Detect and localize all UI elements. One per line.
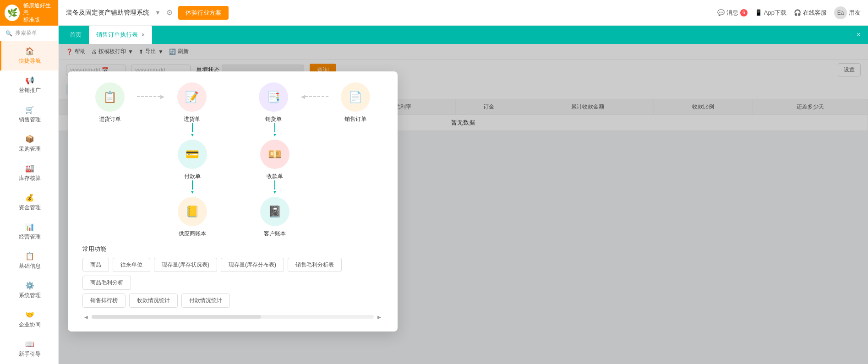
service-icon: 🎧 [794, 9, 801, 16]
purchase-icon: 📦 [25, 135, 34, 143]
flow-node-sale-bill[interactable]: 📑 销货单 [246, 82, 301, 123]
common-buttons-row2: 销售排行榜 收款情况统计 付款情况统计 [82, 293, 383, 308]
flow-node-purchase-order[interactable]: 📋 进货订单 [82, 82, 137, 123]
search-icon: 🔍 [5, 30, 12, 37]
flow-node-sale-order[interactable]: 📄 销售订单 [328, 82, 383, 123]
receipt-bill-icon: 💴 [260, 140, 289, 169]
sidebar-item-marketing[interactable]: 📢 营销推广 [0, 71, 58, 100]
top-header: 装备及固定资产辅助管理系统 ▼ ⚙ 体验行业方案 💬 消息 6 📱 App下载 … [59, 0, 868, 26]
tab-close-icon[interactable]: × [142, 32, 145, 38]
chevron-down-icon[interactable]: ▼ [155, 9, 161, 16]
sidebar-item-sales[interactable]: 🛒 销售管理 [0, 100, 58, 129]
sale-bill-icon: 📑 [259, 82, 288, 112]
sys-mgmt-icon: ⚙️ [25, 281, 34, 290]
message-button[interactable]: 💬 消息 6 [717, 9, 748, 17]
home-icon: 🏠 [25, 47, 34, 55]
newbie-icon: 📖 [25, 340, 34, 348]
tab-home[interactable]: 首页 [62, 26, 89, 44]
modal-scrollbar: ◀ ▶ [82, 313, 383, 321]
avatar: Ea [834, 6, 847, 19]
quick-nav-modal: 📋 进货订单 ▶ [68, 71, 398, 331]
purchase-order-icon: 📋 [95, 82, 125, 112]
btn-stock-status[interactable]: 现存量(库存状况表) [154, 258, 217, 272]
purchase-bill-label: 进货单 [184, 115, 200, 123]
sale-order-icon: 📄 [341, 82, 370, 112]
flow-node-customer-ledger[interactable]: 📓 客户账本 [247, 197, 302, 238]
close-all-icon[interactable]: × [857, 31, 861, 39]
inventory-icon: 🏭 [25, 164, 34, 173]
supplier-ledger-icon: 📒 [178, 197, 207, 226]
sidebar-item-operation[interactable]: 📊 经营管理 [0, 217, 58, 246]
operation-icon: 📊 [25, 223, 34, 231]
online-service-button[interactable]: 🎧 在线客服 [794, 9, 827, 17]
logo-icon: 🌿 [5, 5, 20, 21]
settings-icon[interactable]: ⚙ [166, 8, 173, 17]
download-icon: 📱 [755, 9, 762, 16]
common-functions-title: 常用功能 [82, 245, 383, 253]
sidebar-item-purchase[interactable]: 📦 采购管理 [0, 129, 58, 158]
btn-sales-ranking[interactable]: 销售排行榜 [82, 293, 126, 308]
sidebar-search[interactable]: 🔍 搜索菜单 [0, 26, 58, 41]
btn-stock-dist[interactable]: 现存量(库存分布表) [221, 258, 284, 272]
flow-node-payment-bill[interactable]: 💳 付款单 [165, 140, 220, 180]
flow-node-supplier-ledger[interactable]: 📒 供应商账本 [165, 197, 220, 238]
sidebar-logo: 🌿 畅康通好生意 标准版 [0, 0, 58, 26]
btn-sales-gross[interactable]: 销售毛利分析表 [288, 258, 342, 272]
app-container: 🌿 畅康通好生意 标准版 🔍 搜索菜单 🏠 快捷导航 📢 营销推广 🛒 销售管理 [0, 0, 868, 364]
sidebar-item-enterprise[interactable]: 🤝 企业协同 [0, 305, 58, 334]
scrollbar-track[interactable] [92, 315, 374, 319]
customer-ledger-icon: 📓 [260, 197, 289, 226]
modal-overlay[interactable]: 📋 进货订单 ▶ [59, 44, 868, 364]
scrollbar-right-btn[interactable]: ▶ [376, 313, 383, 321]
finance-icon: 💰 [25, 193, 34, 202]
btn-payment-stats[interactable]: 付款情况统计 [181, 293, 230, 308]
common-buttons-row1: 商品 往来单位 现存量(库存状况表) 现存量(库存分布表) 销售毛利分析表 商品… [82, 258, 383, 290]
receipt-bill-label: 收款单 [267, 173, 283, 180]
btn-goods-gross[interactable]: 商品毛利分析 [82, 276, 131, 290]
btn-partner[interactable]: 往来单位 [113, 258, 150, 272]
content-area: ❓ 帮助 🖨 按模板打印 ▼ ⬆ 导出 ▼ 🔄 刷新 [59, 44, 868, 364]
logo-text: 畅康通好生意 标准版 [23, 2, 54, 24]
sidebar-nav: 🏠 快捷导航 📢 营销推广 🛒 销售管理 📦 采购管理 🏭 库存核算 💰 [0, 41, 58, 364]
message-icon: 💬 [717, 9, 725, 16]
btn-receipt-stats[interactable]: 收款情况统计 [129, 293, 178, 308]
sidebar-item-sys-mgmt[interactable]: ⚙️ 系统管理 [0, 276, 58, 305]
message-badge: 6 [740, 9, 748, 16]
enterprise-icon: 🤝 [25, 310, 34, 319]
scrollbar-thumb[interactable] [92, 315, 261, 319]
sidebar-item-quick-nav[interactable]: 🏠 快捷导航 [0, 41, 58, 71]
payment-bill-label: 付款单 [184, 173, 201, 180]
header-right: 💬 消息 6 📱 App下载 🎧 在线客服 Ea 用友 [717, 6, 861, 19]
tab-bar: 首页 销售订单执行表 × × [59, 26, 868, 44]
sidebar-item-basic-info[interactable]: 📋 基础信息 [0, 246, 58, 276]
flow-node-receipt-bill[interactable]: 💴 收款单 [247, 140, 302, 180]
sale-bill-label: 销货单 [265, 115, 282, 123]
sidebar: 🌿 畅康通好生意 标准版 🔍 搜索菜单 🏠 快捷导航 📢 营销推广 🛒 销售管理 [0, 0, 59, 364]
sales-icon: 🛒 [25, 105, 34, 114]
main: 装备及固定资产辅助管理系统 ▼ ⚙ 体验行业方案 💬 消息 6 📱 App下载 … [59, 0, 868, 364]
purchase-order-label: 进货订单 [99, 115, 121, 123]
flow-node-purchase-bill[interactable]: 📝 进货单 [164, 82, 219, 123]
common-functions-section: 常用功能 商品 往来单位 现存量(库存状况表) 现存量(库存分布表) 销售毛利分… [82, 245, 383, 308]
supplier-ledger-label: 供应商账本 [179, 230, 206, 238]
sidebar-item-inventory[interactable]: 🏭 库存核算 [0, 158, 58, 188]
purchase-bill-icon: 📝 [177, 82, 207, 112]
app-download-button[interactable]: 📱 App下载 [755, 9, 786, 17]
sale-order-label: 销售订单 [344, 115, 366, 123]
system-title: 装备及固定资产辅助管理系统 [66, 9, 149, 17]
customer-ledger-label: 客户账本 [264, 230, 286, 238]
flow-diagram: 📋 进货订单 ▶ [82, 82, 383, 238]
sidebar-item-newbie[interactable]: 📖 新手引导 [0, 334, 58, 364]
user-menu[interactable]: Ea 用友 [834, 6, 861, 19]
scrollbar-left-btn[interactable]: ◀ [82, 313, 90, 321]
trial-button[interactable]: 体验行业方案 [178, 6, 229, 20]
basic-info-icon: 📋 [25, 252, 34, 261]
payment-bill-icon: 💳 [178, 140, 207, 169]
tab-sales-order-exec[interactable]: 销售订单执行表 × [89, 26, 152, 44]
marketing-icon: 📢 [25, 76, 34, 85]
btn-goods[interactable]: 商品 [82, 258, 109, 272]
sidebar-item-finance[interactable]: 💰 资金管理 [0, 188, 58, 217]
